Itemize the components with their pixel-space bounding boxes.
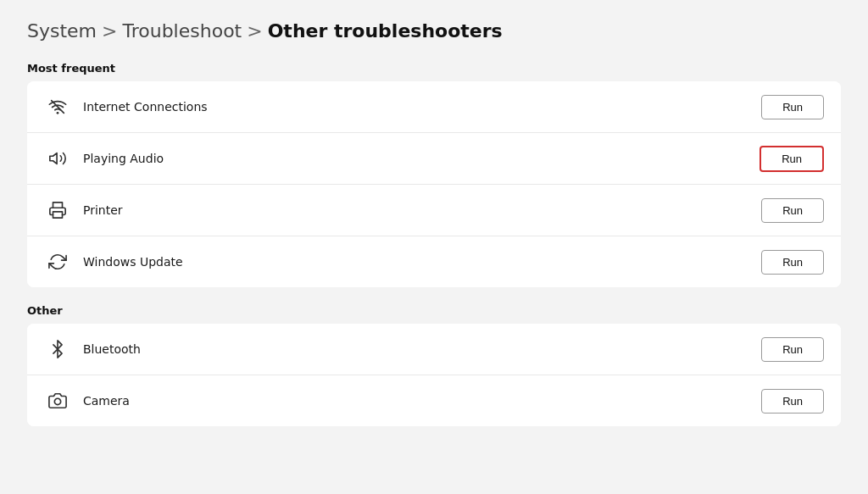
troubleshooter-item-windows-update: Windows UpdateRun [27,236,841,287]
svg-rect-4 [53,212,63,218]
troubleshooter-list-0: Internet ConnectionsRun Playing AudioRun… [27,81,841,287]
troubleshooter-item-internet-connections: Internet ConnectionsRun [27,81,841,133]
item-name-printer: Printer [83,203,761,217]
breadcrumb-sep-1: > [102,20,117,42]
item-name-internet-connections: Internet Connections [83,100,761,114]
update-icon [44,248,71,275]
troubleshooter-list-1: BluetoothRun CameraRun [27,324,841,426]
section-label-0: Most frequent [27,62,841,75]
run-button-bluetooth[interactable]: Run [761,337,824,362]
svg-marker-3 [50,153,57,164]
wifi-icon [44,93,71,120]
run-button-windows-update[interactable]: Run [761,250,824,275]
breadcrumb-current: Other troubleshooters [268,20,503,42]
item-name-windows-update: Windows Update [83,255,761,269]
camera-icon [44,387,71,414]
troubleshooter-item-camera: CameraRun [27,375,841,426]
run-button-playing-audio[interactable]: Run [760,146,824,172]
breadcrumb-sep-2: > [247,20,262,42]
section-0: Most frequent Internet ConnectionsRun Pl… [27,62,841,287]
section-1: Other BluetoothRun CameraRun [27,304,841,426]
item-name-bluetooth: Bluetooth [83,342,761,356]
run-button-camera[interactable]: Run [761,389,824,414]
audio-icon [44,145,71,172]
run-button-internet-connections[interactable]: Run [761,95,824,119]
section-label-1: Other [27,304,841,317]
item-name-playing-audio: Playing Audio [83,152,760,165]
printer-icon [44,197,71,224]
svg-point-5 [54,398,60,404]
item-name-camera: Camera [83,394,761,408]
breadcrumb: System > Troubleshoot > Other troublesho… [27,20,841,42]
troubleshooter-item-printer: PrinterRun [27,185,841,236]
run-button-printer[interactable]: Run [761,198,824,223]
breadcrumb-system[interactable]: System [27,20,97,42]
troubleshooter-item-bluetooth: BluetoothRun [27,324,841,375]
bluetooth-icon [44,336,71,363]
breadcrumb-troubleshoot[interactable]: Troubleshoot [122,20,242,42]
sections-container: Most frequent Internet ConnectionsRun Pl… [27,62,841,426]
troubleshooter-item-playing-audio: Playing AudioRun [27,133,841,185]
